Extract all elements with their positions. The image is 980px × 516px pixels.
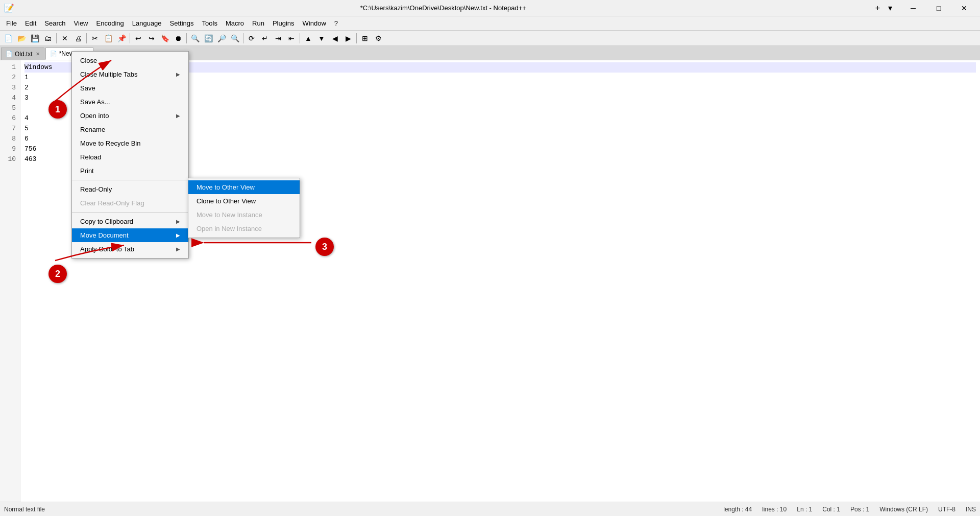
ctx-move-document[interactable]: Move Document ▶ [72, 228, 188, 242]
close-button[interactable]: ✕ [952, 0, 976, 16]
tb-paste[interactable]: 📌 [115, 32, 128, 44]
tb-outdent[interactable]: ⇤ [285, 32, 298, 44]
ctx-print-label: Print [80, 167, 94, 175]
menu-search[interactable]: Search [40, 17, 69, 29]
tb-wrap[interactable]: ↵ [259, 32, 271, 44]
ctx-close-multiple[interactable]: Close Multiple Tabs ▶ [72, 67, 188, 81]
ctx-reload-label: Reload [80, 153, 101, 161]
ctx-open-into-arrow: ▶ [176, 113, 180, 119]
submenu: Move to Other View Clone to Other View M… [188, 178, 300, 238]
ctx-rename[interactable]: Rename [72, 123, 188, 136]
tb-undo[interactable]: ↩ [132, 32, 144, 44]
maximize-button[interactable]: □ [927, 0, 950, 16]
menu-encoding[interactable]: Encoding [92, 17, 128, 29]
sub-open-new-instance-label: Open in New Instance [197, 225, 262, 232]
tb-sep1 [56, 33, 57, 43]
ctx-save[interactable]: Save [72, 81, 188, 95]
menu-plugins[interactable]: Plugins [268, 17, 299, 29]
status-bar: Normal text file length : 44 lines : 10 … [0, 502, 980, 516]
line-num-3: 3 [4, 83, 16, 93]
line-num-2: 2 [4, 73, 16, 83]
ctx-close[interactable]: Close [72, 54, 188, 67]
tb-zoom-out[interactable]: 🔍 [229, 32, 241, 44]
menu-bar: File Edit Search View Encoding Language … [0, 16, 980, 31]
line-num-1: 1 [4, 62, 16, 73]
toolbar: 📄 📂 💾 🗂 ✕ 🖨 ✂ 📋 📌 ↩ ↪ 🔖 ⏺ 🔍 🔄 🔎 🔍 ⟳ ↵ ⇥ … [0, 31, 980, 46]
menu-tools[interactable]: Tools [198, 17, 222, 29]
menu-language[interactable]: Language [128, 17, 166, 29]
tb-bookmark[interactable]: 🔖 [159, 32, 171, 44]
menu-view[interactable]: View [70, 17, 92, 29]
annotation-2: 2 [48, 265, 67, 283]
menu-run[interactable]: Run [248, 17, 268, 29]
annotation-3: 3 [315, 238, 334, 256]
sub-move-other-view[interactable]: Move to Other View [188, 180, 300, 194]
tb-save-all[interactable]: 🗂 [42, 32, 54, 44]
line-num-5: 5 [4, 103, 16, 113]
app-icon: 📝 [4, 3, 14, 13]
tb-settings[interactable]: ⚙ [372, 32, 384, 44]
tb-cut[interactable]: ✂ [89, 32, 101, 44]
tb-copy[interactable]: 📋 [102, 32, 114, 44]
menu-window[interactable]: Window [299, 17, 330, 29]
tb-sep4 [186, 33, 187, 43]
tb-close[interactable]: ✕ [59, 32, 71, 44]
ctx-apply-color-arrow: ▶ [176, 246, 180, 252]
tb-sep3 [130, 33, 130, 43]
tb-redo[interactable]: ↪ [145, 32, 158, 44]
tb-zoom-in[interactable]: 🔎 [215, 32, 228, 44]
tb-up[interactable]: ▲ [302, 32, 314, 44]
ctx-apply-color[interactable]: Apply Color to Tab ▶ [72, 242, 188, 256]
tb-down[interactable]: ▼ [315, 32, 328, 44]
tb-find[interactable]: 🔍 [189, 32, 201, 44]
status-ln: Ln : 1 [797, 506, 812, 513]
ctx-sep1 [72, 180, 188, 180]
tb-prev[interactable]: ◀ [329, 32, 341, 44]
ctx-close-multiple-label: Close Multiple Tabs [80, 71, 137, 78]
line-num-9: 9 [4, 144, 16, 154]
ctx-save-as-label: Save As... [80, 98, 110, 106]
tb-macro-rec[interactable]: ⏺ [172, 32, 184, 44]
sub-move-new-instance[interactable]: Move to New Instance [188, 208, 300, 222]
ctx-read-only-label: Read-Only [80, 185, 112, 193]
tb-print[interactable]: 🖨 [72, 32, 84, 44]
ctx-copy-clipboard[interactable]: Copy to Clipboard ▶ [72, 215, 188, 228]
menu-macro[interactable]: Macro [222, 17, 248, 29]
sub-move-new-instance-label: Move to New Instance [197, 211, 262, 219]
tb-next[interactable]: ▶ [342, 32, 354, 44]
title-extra-buttons: + ▾ [872, 0, 895, 16]
menu-edit[interactable]: Edit [21, 17, 40, 29]
menu-file[interactable]: File [2, 17, 21, 29]
ctx-clear-readonly[interactable]: Clear Read-Only Flag [72, 196, 188, 210]
ctx-open-into[interactable]: Open into ▶ [72, 109, 188, 123]
tb-save[interactable]: 💾 [29, 32, 41, 44]
menu-help[interactable]: ? [330, 17, 342, 29]
status-ins: INS [966, 506, 976, 513]
tb-sync[interactable]: ⟳ [246, 32, 258, 44]
dropdown-button[interactable]: ▾ [885, 2, 895, 14]
tab-old-txt[interactable]: 📄 Old.txt ✕ [1, 48, 44, 60]
status-encoding: UTF-8 [938, 506, 955, 513]
tab-old-close[interactable]: ✕ [36, 51, 40, 57]
status-right: length : 44 lines : 10 Ln : 1 Col : 1 Po… [723, 506, 976, 513]
ctx-reload[interactable]: Reload [72, 150, 188, 164]
add-tab-button[interactable]: + [872, 3, 883, 14]
ctx-move-document-arrow: ▶ [176, 232, 180, 238]
tb-open[interactable]: 📂 [15, 32, 28, 44]
ctx-save-as[interactable]: Save As... [72, 95, 188, 109]
ctx-read-only[interactable]: Read-Only [72, 182, 188, 196]
ctx-move-recycle-label: Move to Recycle Bin [80, 139, 141, 147]
sub-clone-other-view-label: Clone to Other View [197, 197, 256, 205]
sub-clone-other-view[interactable]: Clone to Other View [188, 194, 300, 208]
tb-new[interactable]: 📄 [2, 32, 14, 44]
tb-indent[interactable]: ⇥ [272, 32, 284, 44]
context-menu: Close Close Multiple Tabs ▶ Save Save As… [71, 51, 189, 259]
tb-replace[interactable]: 🔄 [202, 32, 214, 44]
status-length: length : 44 [723, 506, 752, 513]
ctx-move-recycle[interactable]: Move to Recycle Bin [72, 136, 188, 150]
tb-grid[interactable]: ⊞ [359, 32, 371, 44]
ctx-print[interactable]: Print [72, 164, 188, 178]
minimize-button[interactable]: ─ [901, 0, 925, 16]
menu-settings[interactable]: Settings [166, 17, 198, 29]
sub-open-new-instance[interactable]: Open in New Instance [188, 222, 300, 236]
